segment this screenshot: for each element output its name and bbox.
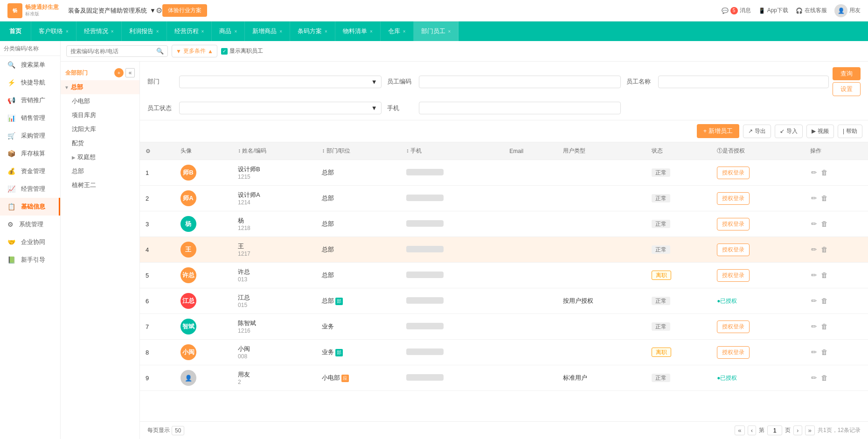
emp-code-input[interactable] xyxy=(419,76,621,88)
tab-home[interactable]: 首页 xyxy=(0,21,31,41)
close-icon[interactable]: × xyxy=(370,29,373,34)
col-dept[interactable]: ↕ 部门/职位 xyxy=(316,142,400,160)
sidebar-search[interactable]: 🔍 xyxy=(0,41,60,56)
tab-profit[interactable]: 利润报告 × xyxy=(122,21,167,41)
authorize-button[interactable]: 授权登录 xyxy=(717,192,750,205)
dept-node-xiaodian[interactable]: 小电部 xyxy=(61,94,139,108)
sidebar-item-finance[interactable]: 💰 资金管理 xyxy=(0,162,60,180)
authorize-button[interactable]: 授权登录 xyxy=(717,218,750,230)
sidebar-item-basic[interactable]: 📋 基础信息 xyxy=(0,198,60,216)
import-button[interactable]: ↙ 导入 xyxy=(775,125,803,138)
edit-button[interactable]: ✏ xyxy=(810,347,818,357)
edit-button[interactable]: ✏ xyxy=(810,270,818,280)
delete-button[interactable]: 🗑 xyxy=(820,244,829,254)
dept-node-project[interactable]: 项目库房 xyxy=(61,108,139,122)
col-settings[interactable]: ⚙ xyxy=(140,142,175,160)
close-icon[interactable]: × xyxy=(403,29,406,34)
query-button[interactable]: 查询 xyxy=(833,67,861,80)
app-download-button[interactable]: 📱 App下载 xyxy=(758,7,788,14)
close-icon[interactable]: × xyxy=(325,29,327,34)
close-icon[interactable]: × xyxy=(201,29,204,34)
authorize-button[interactable]: 授权登录 xyxy=(717,346,750,359)
search-input[interactable] xyxy=(70,48,154,55)
sidebar-item-purchase[interactable]: 🛒 采购管理 xyxy=(0,127,60,145)
col-name[interactable]: ↕ 姓名/编码 xyxy=(232,142,316,160)
authorize-button[interactable]: 授权登录 xyxy=(717,167,750,179)
show-resigned-toggle[interactable]: ✓ 显示离职员工 xyxy=(221,47,263,55)
more-conditions-button[interactable]: ▼ 更多条件 ▲ xyxy=(172,45,217,57)
first-page-button[interactable]: « xyxy=(735,425,744,435)
edit-button[interactable]: ✏ xyxy=(810,244,818,255)
sidebar-item-business[interactable]: 📈 经营管理 xyxy=(0,180,60,198)
message-button[interactable]: 💬 5 消息 xyxy=(722,7,751,14)
video-button[interactable]: ▶ 视频 xyxy=(806,125,834,138)
delete-button[interactable]: 🗑 xyxy=(820,219,829,229)
emp-name-input[interactable] xyxy=(658,76,829,88)
tab-customer[interactable]: 客户联络 × xyxy=(31,21,76,41)
add-employee-button[interactable]: + 新增员工 xyxy=(697,124,739,138)
edit-button[interactable]: ✏ xyxy=(810,296,818,306)
sidebar-item-inventory[interactable]: 📦 库存核算 xyxy=(0,145,60,162)
tab-warehouse[interactable]: 仓库 × xyxy=(381,21,414,41)
per-page-value[interactable]: 50 xyxy=(172,426,184,435)
sidebar-item-quicknav[interactable]: ⚡ 快捷导航 xyxy=(0,74,60,91)
system-title-arrow[interactable]: ▼ xyxy=(150,7,156,14)
tab-barcode[interactable]: 条码方案 × xyxy=(290,21,335,41)
sidebar-item-sales[interactable]: 📊 销售管理 xyxy=(0,109,60,127)
sidebar-search-input[interactable] xyxy=(4,45,61,52)
online-service-button[interactable]: 🎧 在线客服 xyxy=(796,7,827,14)
authorize-button[interactable]: 授权登录 xyxy=(717,269,750,282)
page-number-input[interactable] xyxy=(767,425,782,435)
dept-node-zhushu[interactable]: 植树王二 xyxy=(61,178,139,192)
authorize-button[interactable]: 授权登录 xyxy=(717,244,750,256)
close-icon[interactable]: × xyxy=(111,29,114,34)
delete-button[interactable]: 🗑 xyxy=(820,270,829,280)
dept-node-zongbu-child[interactable]: 总部 xyxy=(61,164,139,178)
edit-button[interactable]: ✏ xyxy=(810,167,818,178)
prev-page-button[interactable]: ‹ xyxy=(748,425,756,435)
set-button[interactable]: 设置 xyxy=(833,82,861,96)
tab-operation[interactable]: 经营情况 × xyxy=(76,21,122,41)
sidebar-item-system[interactable]: ⚙ 系统管理 xyxy=(0,216,60,233)
delete-button[interactable]: 🗑 xyxy=(820,167,829,177)
dept-collapse-button[interactable]: « xyxy=(125,68,135,77)
search-box[interactable]: 🔍 xyxy=(66,45,168,57)
authorize-button[interactable]: 授权登录 xyxy=(717,321,750,333)
next-page-button[interactable]: › xyxy=(793,425,802,435)
phone-input[interactable] xyxy=(419,102,621,114)
col-phone[interactable]: ↕ 手机 xyxy=(401,142,504,160)
edit-button[interactable]: ✏ xyxy=(810,321,818,332)
tab-goods[interactable]: 商品 × xyxy=(212,21,245,41)
dept-node-shenyang[interactable]: 沈阳大库 xyxy=(61,122,139,136)
sidebar-item-guide[interactable]: 📗 新手引导 xyxy=(0,251,60,269)
close-icon[interactable]: × xyxy=(156,29,159,34)
tab-bom[interactable]: 物料清单 × xyxy=(335,21,381,41)
dept-node-shuangting[interactable]: ▶ 双庭想 xyxy=(61,150,139,164)
tab-dept-staff[interactable]: 部门员工 × xyxy=(414,21,459,41)
trial-button[interactable]: 体验行业方案 xyxy=(162,4,207,17)
delete-button[interactable]: 🗑 xyxy=(820,321,829,331)
edit-button[interactable]: ✏ xyxy=(810,373,818,383)
export-button[interactable]: ↗ 导出 xyxy=(743,125,771,138)
last-page-button[interactable]: » xyxy=(805,425,815,435)
settings-gear-button[interactable]: ⚙ xyxy=(156,6,162,15)
dept-node-peihuO[interactable]: 配货 xyxy=(61,136,139,150)
close-icon[interactable]: × xyxy=(279,29,282,34)
dept-node-zongbu-root[interactable]: ▼ 总部 xyxy=(61,80,139,94)
help-button[interactable]: | 帮助 xyxy=(838,125,862,138)
dept-add-button[interactable]: + xyxy=(114,68,124,77)
tab-add-goods[interactable]: 新增商品 × xyxy=(245,21,290,41)
user-menu[interactable]: 👤 用友 xyxy=(834,4,861,17)
sidebar-item-collab[interactable]: 🤝 企业协同 xyxy=(0,233,60,251)
edit-button[interactable]: ✏ xyxy=(810,219,818,229)
close-icon[interactable]: × xyxy=(448,29,451,34)
dept-filter-select[interactable]: ▼ xyxy=(179,76,382,88)
sidebar-item-search[interactable]: 🔍 搜索菜单 xyxy=(0,56,60,74)
delete-button[interactable]: 🗑 xyxy=(820,347,829,357)
close-icon[interactable]: × xyxy=(234,29,237,34)
delete-button[interactable]: 🗑 xyxy=(820,373,829,383)
tab-process[interactable]: 经营历程 × xyxy=(167,21,212,41)
delete-button[interactable]: 🗑 xyxy=(820,296,829,306)
close-icon[interactable]: × xyxy=(66,29,69,34)
sidebar-item-marketing[interactable]: 📢 营销推广 xyxy=(0,91,60,109)
